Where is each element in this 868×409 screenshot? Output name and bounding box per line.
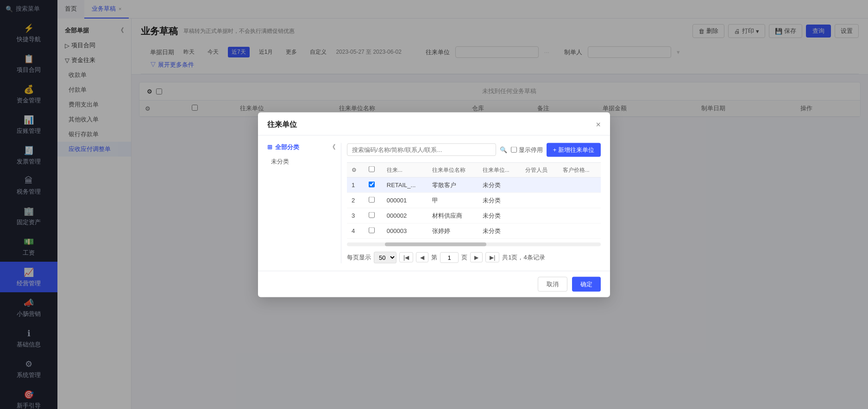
search-input[interactable] xyxy=(347,144,496,156)
th-code: 往来... xyxy=(382,163,428,177)
scrollbar-thumb[interactable] xyxy=(385,242,486,246)
row-price xyxy=(558,208,601,223)
row-category: 未分类 xyxy=(478,208,521,223)
row-price xyxy=(558,223,601,239)
table-row[interactable]: 2 000001 甲 未分类 xyxy=(347,193,601,208)
row-category: 未分类 xyxy=(478,193,521,208)
row-checkbox[interactable] xyxy=(364,193,382,208)
th-settings: ⚙ xyxy=(347,163,364,177)
category-title-label: 全部分类 xyxy=(275,143,299,151)
th-manager: 分管人员 xyxy=(521,163,558,177)
row-code: 000001 xyxy=(382,193,428,208)
row-manager xyxy=(521,177,558,193)
row-name: 材料供应商 xyxy=(428,208,478,223)
first-page-button[interactable]: |◀ xyxy=(399,252,413,263)
row-price xyxy=(558,193,601,208)
collapse-cat-icon[interactable]: 《 xyxy=(329,143,335,151)
show-disabled-checkbox[interactable] xyxy=(511,147,517,153)
dialog-body: ⊞ 全部分类 《 未分类 🔍 显示停用 xyxy=(258,135,610,271)
row-name: 张婷婷 xyxy=(428,223,478,239)
search-icon[interactable]: 🔍 xyxy=(500,146,507,153)
dialog-footer: 取消 确定 xyxy=(258,271,610,297)
partner-table: ⚙ 往来... 往来单位名称 往来单位... 分管人员 客户价格... 1 xyxy=(347,162,601,239)
th-category: 往来单位... xyxy=(478,163,521,177)
row-num: 4 xyxy=(347,223,364,239)
partner-table-header: ⚙ 往来... 往来单位名称 往来单位... 分管人员 客户价格... xyxy=(347,163,601,177)
row-num: 3 xyxy=(347,208,364,223)
row-num: 1 xyxy=(347,177,364,193)
page-input[interactable] xyxy=(440,252,459,263)
grid-icon: ⊞ xyxy=(267,144,272,151)
pagination: 每页显示 50 |◀ ◀ 第 页 ▶ ▶| 共1页，4条记录 xyxy=(347,252,601,263)
dialog-header: 往来单位 × xyxy=(258,112,610,135)
dialog-content: ⊞ 全部分类 《 未分类 🔍 显示停用 xyxy=(267,143,601,263)
per-page-select[interactable]: 50 xyxy=(374,252,396,263)
per-page-label: 每页显示 xyxy=(347,253,371,262)
show-disabled-label[interactable]: 显示停用 xyxy=(511,145,543,154)
cat-label: 未分类 xyxy=(271,157,289,164)
row-name: 甲 xyxy=(428,193,478,208)
row-num: 2 xyxy=(347,193,364,208)
category-item-unclassified[interactable]: 未分类 xyxy=(267,155,335,168)
dialog-right-panel: 🔍 显示停用 + 新增往来单位 ⚙ 往来... xyxy=(341,143,601,263)
row-code: 000003 xyxy=(382,223,428,239)
page-label: 页 xyxy=(461,253,467,262)
th-name: 往来单位名称 xyxy=(428,163,478,177)
last-page-button[interactable]: ▶| xyxy=(485,252,499,263)
jump-page-label: 第 xyxy=(431,253,437,262)
row-checkbox[interactable] xyxy=(364,223,382,239)
confirm-button[interactable]: 确定 xyxy=(572,277,601,291)
horizontal-scrollbar[interactable] xyxy=(347,242,601,246)
row-manager xyxy=(521,193,558,208)
dialog-title: 往来单位 xyxy=(267,120,297,129)
row-manager xyxy=(521,223,558,239)
partner-dialog: 往来单位 × ⊞ 全部分类 《 未分类 🔍 xyxy=(258,112,610,297)
show-disabled-text: 显示停用 xyxy=(519,145,543,154)
row-code: RETAIL_... xyxy=(382,177,428,193)
add-partner-button[interactable]: + 新增往来单位 xyxy=(547,143,601,157)
add-btn-label: + 新增往来单位 xyxy=(553,145,594,154)
prev-page-button[interactable]: ◀ xyxy=(416,252,428,263)
search-bar: 🔍 显示停用 + 新增往来单位 xyxy=(347,143,601,157)
row-price xyxy=(558,177,601,193)
cancel-button[interactable]: 取消 xyxy=(538,277,567,291)
table-row[interactable]: 3 000002 材料供应商 未分类 xyxy=(347,208,601,223)
row-manager xyxy=(521,208,558,223)
partner-header-checkbox[interactable] xyxy=(369,166,375,172)
category-title: ⊞ 全部分类 《 xyxy=(267,143,335,151)
row-name: 零散客户 xyxy=(428,177,478,193)
table-row[interactable]: 1 RETAIL_... 零散客户 未分类 xyxy=(347,177,601,193)
row-checkbox[interactable] xyxy=(364,177,382,193)
row-code: 000002 xyxy=(382,208,428,223)
th-price: 客户价格... xyxy=(558,163,601,177)
row-category: 未分类 xyxy=(478,177,521,193)
th-checkbox xyxy=(364,163,382,177)
row-category: 未分类 xyxy=(478,223,521,239)
row-checkbox[interactable] xyxy=(364,208,382,223)
table-row[interactable]: 4 000003 张婷婷 未分类 xyxy=(347,223,601,239)
total-label: 共1页，4条记录 xyxy=(502,253,545,262)
next-page-button[interactable]: ▶ xyxy=(470,252,483,263)
dialog-close-button[interactable]: × xyxy=(596,120,601,129)
category-panel: ⊞ 全部分类 《 未分类 xyxy=(267,143,341,263)
